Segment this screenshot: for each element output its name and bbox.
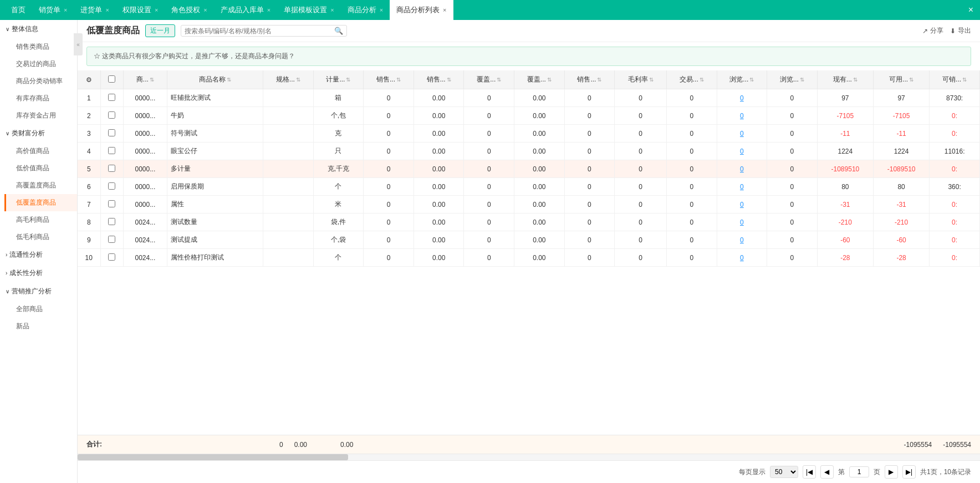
row-checkbox[interactable]	[108, 218, 115, 225]
close-icon[interactable]: ×	[155, 7, 158, 13]
th-cover1[interactable]: 覆盖...⇅	[464, 70, 514, 89]
table-cell: 1224	[874, 143, 930, 160]
th-cover2[interactable]: 覆盖...⇅	[514, 70, 565, 89]
sidebar-collapse-button[interactable]: «	[74, 33, 83, 55]
th-sales-qty[interactable]: 销售...⇅	[364, 70, 414, 89]
row-checkbox[interactable]	[108, 147, 115, 154]
close-icon[interactable]: ×	[267, 7, 270, 13]
table-cell: -28	[817, 249, 873, 267]
share-button[interactable]: ↗ 分享	[922, 26, 943, 35]
select-all-checkbox[interactable]	[108, 75, 115, 83]
th-browse1[interactable]: 浏览...⇅	[717, 70, 767, 89]
th-sales3[interactable]: 销售...⇅	[564, 70, 615, 89]
table-cell: 80	[874, 178, 930, 196]
sidebar-item-high-profit[interactable]: 高毛利商品	[4, 211, 77, 228]
th-setting[interactable]: ⚙	[78, 70, 100, 89]
row-checkbox[interactable]	[108, 94, 115, 101]
table-cell	[263, 213, 314, 231]
nav-tab-purchase[interactable]: 进货单 ×	[74, 0, 115, 20]
table-cell	[100, 249, 123, 267]
prev-page-button[interactable]: ◀	[820, 465, 834, 479]
sidebar-section-overview[interactable]: ∨ 整体信息	[0, 20, 77, 38]
close-icon[interactable]: ×	[203, 7, 207, 13]
table-cell: 0	[615, 196, 667, 213]
th-name[interactable]: 商品名称⇅	[167, 70, 263, 89]
nav-tab-home[interactable]: 首页	[4, 0, 32, 20]
sidebar-item-category-rate[interactable]: 商品分类动销率	[4, 73, 77, 90]
horizontal-scrollbar[interactable]	[78, 454, 980, 460]
nav-tab-inbound[interactable]: 产成品入库单 ×	[214, 0, 277, 20]
th-trade[interactable]: 交易...⇅	[666, 70, 717, 89]
sidebar-item-low-value[interactable]: 低价值商品	[4, 160, 77, 177]
sidebar-section-growth[interactable]: › 成长性分析	[0, 264, 77, 282]
sidebar-item-sales-goods[interactable]: 销售类商品	[4, 38, 77, 55]
close-icon[interactable]: ×	[380, 7, 383, 13]
last-page-button[interactable]: ▶|	[902, 465, 916, 479]
nav-tab-template[interactable]: 单据模板设置 ×	[277, 0, 340, 20]
row-checkbox[interactable]	[108, 253, 115, 261]
page-size-select[interactable]: 50 100 200	[770, 466, 798, 478]
date-filter-button[interactable]: 近一月	[145, 24, 175, 37]
th-current-stock[interactable]: 现有...⇅	[817, 70, 873, 89]
first-page-button[interactable]: |◀	[803, 465, 816, 479]
nav-tab-analysis[interactable]: 商品分析 ×	[341, 0, 390, 20]
search-box: 🔍	[181, 25, 347, 37]
th-checkbox[interactable]	[100, 70, 123, 89]
close-icon[interactable]: ×	[443, 7, 446, 13]
row-checkbox[interactable]	[108, 236, 115, 243]
table-cell: 0.00	[514, 107, 565, 125]
table-cell: 0	[464, 89, 514, 107]
table-cell: 0000...	[123, 89, 167, 107]
sidebar-item-stock-capital[interactable]: 库存资金占用	[4, 107, 77, 124]
table-cell: 0024...	[123, 231, 167, 249]
row-checkbox[interactable]	[108, 200, 115, 207]
table-cell: 0.00	[514, 196, 565, 213]
th-spec[interactable]: 规格...⇅	[263, 70, 314, 89]
export-icon: ⬇	[950, 27, 956, 35]
nav-tab-role[interactable]: 角色授权 ×	[165, 0, 213, 20]
table-cell: -11	[817, 125, 873, 143]
th-sales-amt[interactable]: 销售...⇅	[414, 70, 464, 89]
nav-tab-analysis-list[interactable]: 商品分析列表 ×	[390, 0, 453, 20]
th-unit[interactable]: 计量...⇅	[313, 70, 364, 89]
sidebar-item-high-coverage[interactable]: 高覆盖度商品	[4, 177, 77, 194]
sidebar-item-low-coverage[interactable]: 低覆盖度商品	[4, 194, 77, 211]
row-checkbox[interactable]	[108, 129, 115, 136]
pagination-bar: 每页显示 50 100 200 |◀ ◀ 第 页 ▶ ▶| 共1页，10条记录	[78, 460, 980, 483]
sidebar-section-wealth[interactable]: ∨ 类财富分析	[0, 124, 77, 143]
nav-tab-permission[interactable]: 权限设置 ×	[116, 0, 165, 20]
sidebar-item-low-profit[interactable]: 低毛利商品	[4, 228, 77, 246]
sidebar-item-new-goods[interactable]: 新品	[4, 318, 77, 335]
sidebar-item-traded-goods[interactable]: 交易过的商品	[4, 55, 77, 73]
nav-tab-sales[interactable]: 销货单 ×	[32, 0, 74, 20]
row-checkbox[interactable]	[108, 182, 115, 190]
search-input[interactable]	[185, 27, 334, 35]
sidebar-item-all-goods[interactable]: 全部商品	[4, 301, 77, 318]
sidebar-item-high-value[interactable]: 高价值商品	[4, 143, 77, 160]
th-saleable[interactable]: 可销...⇅	[930, 70, 980, 89]
total-current-stock: -1095554	[904, 441, 932, 449]
table-cell: 0	[364, 178, 414, 196]
sidebar-section-marketing[interactable]: ∨ 营销推广分析	[0, 282, 77, 301]
close-all-button[interactable]: ×	[968, 5, 973, 15]
table-cell	[100, 143, 123, 160]
row-checkbox[interactable]	[108, 111, 115, 119]
th-gross-rate[interactable]: 毛利率⇅	[615, 70, 667, 89]
next-page-button[interactable]: ▶	[885, 465, 898, 479]
page-number-input[interactable]	[849, 466, 869, 477]
table-cell: 0	[364, 143, 414, 160]
sidebar-item-in-stock[interactable]: 有库存商品	[4, 90, 77, 107]
table-cell: 只	[313, 143, 364, 160]
table-row: 10000...旺辅批次测试箱00.0000.000000097978730:	[78, 89, 980, 107]
table-cell: 0.00	[514, 89, 565, 107]
row-checkbox[interactable]	[108, 165, 115, 172]
close-icon[interactable]: ×	[330, 7, 334, 13]
close-icon[interactable]: ×	[105, 7, 109, 13]
th-available[interactable]: 可用...⇅	[874, 70, 930, 89]
sidebar-section-liquidity[interactable]: › 流通性分析	[0, 246, 77, 264]
data-table-container[interactable]: ⚙ 商...⇅ 商品名称⇅ 规格...⇅ 计量...⇅ 销售...⇅ 销售...…	[78, 70, 980, 435]
export-button[interactable]: ⬇ 导出	[950, 26, 971, 35]
close-icon[interactable]: ×	[64, 7, 67, 13]
th-browse2[interactable]: 浏览...⇅	[767, 70, 818, 89]
th-code[interactable]: 商...⇅	[123, 70, 167, 89]
